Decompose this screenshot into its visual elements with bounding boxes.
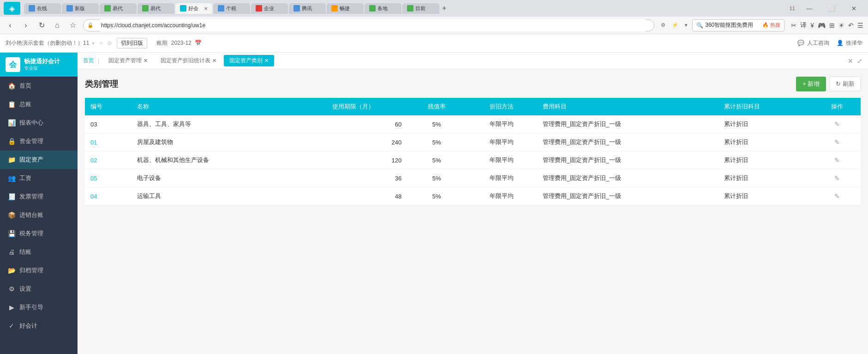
sidebar-item-good[interactable]: ✓ 好会计 xyxy=(0,317,78,335)
tab-close-icon[interactable]: ✕ xyxy=(144,58,148,64)
refresh-button[interactable]: ↻ 刷新 xyxy=(830,77,861,91)
cell-action[interactable]: ✎ xyxy=(814,115,861,133)
tab-icon xyxy=(66,5,73,12)
tab-label: 目前 xyxy=(415,5,425,12)
sidebar-item-report[interactable]: 📊 报表中心 xyxy=(0,114,78,132)
cell-accum: 累计折旧 xyxy=(718,187,814,205)
code-link[interactable]: 02 xyxy=(90,157,97,164)
cell-residual: 5% xyxy=(407,187,466,205)
browser-tab-yidai1[interactable]: 易代 xyxy=(100,3,137,14)
browser-tab-qiye[interactable]: 企业 xyxy=(251,3,288,14)
forward-button[interactable]: › xyxy=(20,21,31,30)
table-row: 01 房屋及建筑物 240 5% 年限平均 管理费用_固定资产折旧_一级 累计折… xyxy=(85,133,861,151)
edit-icon[interactable]: ✎ xyxy=(834,174,840,182)
sidebar-item-funds[interactable]: 🔒 资金管理 xyxy=(0,132,78,150)
browser-tab-changjie[interactable]: 畅捷 xyxy=(327,3,364,14)
game-icon[interactable]: 🎮 xyxy=(818,22,826,29)
col-action: 操作 xyxy=(814,98,861,115)
new-tab-button[interactable]: + xyxy=(442,4,446,12)
tab-assets-dep[interactable]: 固定资产折旧统计表 ✕ xyxy=(155,55,222,66)
sidebar-item-archive[interactable]: 📂 归档管理 xyxy=(0,261,78,280)
maximize-button[interactable]: ⬜ xyxy=(821,0,842,17)
cell-expense: 管理费用_固定资产折旧_一级 xyxy=(537,133,719,151)
coin-icon[interactable]: ¥ xyxy=(810,22,814,29)
tab-label: 个税 xyxy=(226,5,236,12)
cell-name: 机器、机械和其他生产设备 xyxy=(132,151,299,169)
sidebar-label-salary: 工资 xyxy=(19,174,31,182)
browser-tab-muqian[interactable]: 目前 xyxy=(402,3,439,14)
switch-version-button[interactable]: 切到旧版 xyxy=(117,38,147,48)
sidebar-item-salary[interactable]: 👥 工资 xyxy=(0,169,78,187)
cell-action[interactable]: ✎ xyxy=(814,187,861,205)
cell-action[interactable]: ✎ xyxy=(814,169,861,187)
tab-close-icon[interactable]: ✕ xyxy=(212,58,216,64)
back-button[interactable]: ‹ xyxy=(5,21,16,30)
browser-tab-geshui[interactable]: 个税 xyxy=(213,3,250,14)
edit-icon[interactable]: ✎ xyxy=(834,120,840,128)
grid-icon[interactable]: ⊞ xyxy=(829,22,835,29)
sidebar-item-settle[interactable]: 🖨 结账 xyxy=(0,243,78,261)
edit-icon[interactable]: ✎ xyxy=(834,192,840,200)
cell-accum: 累计折旧 xyxy=(718,133,814,151)
cell-residual: 5% xyxy=(407,151,466,169)
sidebar-item-settings[interactable]: ⚙ 设置 xyxy=(0,280,78,298)
tab-close-icon[interactable]: ✕ xyxy=(264,58,269,64)
tab-assets-mgmt[interactable]: 固定资产管理 ✕ xyxy=(103,55,153,66)
sidebar-item-invoice[interactable]: 🧾 发票管理 xyxy=(0,187,78,206)
translate-icon[interactable]: 译 xyxy=(800,21,807,30)
add-button[interactable]: + 新增 xyxy=(796,77,826,91)
tax-icon: 💾 xyxy=(7,229,16,238)
browser-tab-haohuiji[interactable]: 好会 ✕ xyxy=(175,3,212,14)
browser-tab-tengxun[interactable]: 腾讯 xyxy=(289,3,326,14)
edit-icon[interactable]: ✎ xyxy=(834,156,840,164)
sidebar-item-assets[interactable]: 📁 固定资产 xyxy=(0,150,78,169)
consult-button[interactable]: 💬 人工咨询 xyxy=(797,39,829,47)
browser-tab-online[interactable]: 在线 xyxy=(24,3,61,14)
sidebar-item-guide[interactable]: ▶ 新手引导 xyxy=(0,298,78,317)
browser-tab-yidai2[interactable]: 易代 xyxy=(138,3,174,14)
menu-icon[interactable]: ☰ xyxy=(857,22,863,29)
ledger-icon: 📋 xyxy=(7,100,16,108)
guide-icon: ▶ xyxy=(7,303,16,312)
breadcrumb-home[interactable]: 首页 xyxy=(83,57,94,65)
cell-action[interactable]: ✎ xyxy=(814,151,861,169)
code-link[interactable]: 05 xyxy=(90,175,97,182)
salary-icon: 👥 xyxy=(7,174,16,182)
cell-expense: 管理费用_固定资产折旧_一级 xyxy=(537,151,719,169)
calendar-icon[interactable]: 📅 xyxy=(195,40,202,46)
reload-button[interactable]: ↻ xyxy=(36,21,47,30)
cell-period: 36 xyxy=(300,169,407,187)
bookmark-button[interactable]: ☆ xyxy=(67,21,78,30)
tab-assets-cat[interactable]: 固定资产类别 ✕ xyxy=(224,55,274,66)
tab-icon xyxy=(256,5,262,12)
brightness-icon[interactable]: ☀ xyxy=(838,22,844,29)
cell-code: 05 xyxy=(85,169,132,187)
col-residual: 残值率 xyxy=(407,98,466,115)
sidebar-label-tax: 税务管理 xyxy=(19,229,43,238)
tab-label: 固定资产类别 xyxy=(229,57,263,65)
sidebar-item-tax[interactable]: 💾 税务管理 xyxy=(0,224,78,243)
tab-label: 易代 xyxy=(150,5,161,12)
sidebar-item-ledger[interactable]: 📋 总账 xyxy=(0,95,78,114)
address-input[interactable] xyxy=(96,19,650,31)
tab-label: 新版 xyxy=(75,5,85,12)
code-link[interactable]: 04 xyxy=(90,193,97,200)
close-tab-icon[interactable]: ✕ xyxy=(848,57,853,65)
user-avatar[interactable]: 👤 徐泽华 xyxy=(837,39,862,47)
sidebar-item-purchase[interactable]: 📦 进销台账 xyxy=(0,206,78,224)
browser-tab-new[interactable]: 新版 xyxy=(62,3,99,14)
tab-label: 固定资产折旧统计表 xyxy=(161,57,210,65)
cut-icon[interactable]: ✂ xyxy=(791,22,796,29)
cell-code: 01 xyxy=(85,133,132,151)
undo-icon[interactable]: ↶ xyxy=(848,22,854,29)
browser-tab-gedi[interactable]: 各地 xyxy=(365,3,401,14)
expand-icon[interactable]: ⤢ xyxy=(857,57,862,65)
home-button[interactable]: ⌂ xyxy=(52,21,63,30)
sidebar-item-home[interactable]: 🏠 首页 xyxy=(0,77,78,95)
cell-action[interactable]: ✎ xyxy=(814,133,861,151)
minimize-button[interactable]: — xyxy=(799,0,820,17)
edit-icon[interactable]: ✎ xyxy=(834,138,840,146)
code-link[interactable]: 01 xyxy=(90,139,97,146)
close-button[interactable]: ✕ xyxy=(843,0,864,17)
tab-close-icon[interactable]: ✕ xyxy=(204,6,208,11)
